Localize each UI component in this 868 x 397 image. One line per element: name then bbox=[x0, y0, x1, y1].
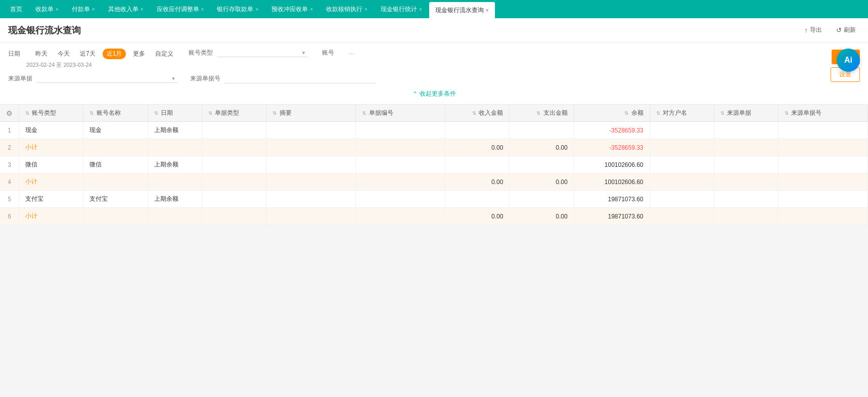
date-btn-custom[interactable]: 自定义 bbox=[152, 49, 176, 59]
nav-tab-7[interactable]: 现金银行统计 × bbox=[375, 2, 428, 16]
sort-expense-icon: ⇅ bbox=[536, 110, 540, 116]
nav-tab-0[interactable]: 收款单 × bbox=[29, 2, 65, 16]
refresh-icon: ↺ bbox=[836, 26, 842, 34]
account-dots[interactable]: ··· bbox=[346, 49, 356, 57]
cell-source-doc-num-3 bbox=[779, 173, 868, 191]
col-doc-number[interactable]: ⇅ 单据编号 bbox=[356, 105, 445, 122]
cell-doc-number-4 bbox=[356, 191, 445, 208]
nav-tab-8[interactable]: 现金银行流水查询 × bbox=[429, 2, 495, 18]
cell-date-2: 上期余额 bbox=[148, 156, 202, 173]
page-title: 现金银行流水查询 bbox=[8, 24, 81, 36]
source-doc-num-input[interactable] bbox=[224, 74, 376, 83]
date-btn-7days[interactable]: 近7天 bbox=[77, 49, 99, 59]
date-btn-today[interactable]: 今天 bbox=[55, 49, 73, 59]
cell-counterparty-4 bbox=[650, 191, 714, 208]
col-balance[interactable]: ⇅ 余额 bbox=[574, 105, 650, 122]
cell-source-doc-1 bbox=[714, 139, 778, 156]
table-container: ⚙ ⇅ 账号类型 ⇅ 账号名称 ⇅ 日期 ⇅ 单据类型 bbox=[0, 105, 868, 225]
close-tab-2[interactable]: × bbox=[141, 7, 144, 12]
nav-tab-1[interactable]: 付款单 × bbox=[66, 2, 101, 16]
date-range: 2023-02-24 至 2023-03-24 bbox=[26, 62, 92, 68]
nav-tab-5[interactable]: 预收冲应收单 × bbox=[265, 2, 319, 16]
sort-doc-type-icon: ⇅ bbox=[208, 110, 212, 116]
sort-account-type-icon: ⇅ bbox=[25, 110, 29, 116]
col-account-type[interactable]: ⇅ 账号类型 bbox=[19, 105, 83, 122]
cell-summary-0 bbox=[266, 122, 356, 139]
col-source-doc[interactable]: ⇅ 来源单据 bbox=[714, 105, 778, 122]
cell-num-5: 6 bbox=[0, 208, 19, 225]
sort-doc-number-icon: ⇅ bbox=[362, 110, 366, 116]
nav-tab-6[interactable]: 收款核销执行 × bbox=[320, 2, 374, 16]
cell-doc-number-1 bbox=[356, 139, 445, 156]
sort-source-doc-num-icon: ⇅ bbox=[785, 110, 789, 116]
col-date[interactable]: ⇅ 日期 bbox=[148, 105, 202, 122]
cell-summary-5 bbox=[266, 208, 356, 225]
date-btn-1month[interactable]: 近1月 bbox=[103, 49, 126, 59]
cell-source-doc-num-5 bbox=[779, 208, 868, 225]
cell-account-type-3: 小计 bbox=[19, 173, 83, 191]
source-doc-select[interactable]: ▼ bbox=[36, 75, 178, 83]
nav-tab-3[interactable]: 应收应付调整单 × bbox=[151, 2, 210, 16]
cell-summary-3 bbox=[266, 173, 356, 191]
col-source-doc-num[interactable]: ⇅ 来源单据号 bbox=[779, 105, 868, 122]
col-counterparty[interactable]: ⇅ 对方户名 bbox=[650, 105, 714, 122]
cell-doc-type-4 bbox=[202, 191, 266, 208]
cell-source-doc-num-4 bbox=[779, 191, 868, 208]
nav-home[interactable]: 首页 bbox=[4, 5, 28, 14]
close-tab-8[interactable]: × bbox=[486, 8, 489, 13]
close-tab-0[interactable]: × bbox=[56, 7, 59, 12]
cell-account-name-1 bbox=[83, 139, 148, 156]
close-tab-4[interactable]: × bbox=[255, 7, 258, 12]
account-label: 账号 bbox=[322, 49, 342, 57]
nav-tab-4[interactable]: 银行存取款单 × bbox=[211, 2, 264, 16]
sort-source-doc-icon: ⇅ bbox=[720, 110, 724, 116]
cell-counterparty-5 bbox=[650, 208, 714, 225]
sort-balance-icon: ⇅ bbox=[624, 110, 628, 116]
cell-account-name-0: 现金 bbox=[83, 122, 148, 139]
cell-expense-3: 0.00 bbox=[510, 173, 574, 191]
cell-summary-2 bbox=[266, 156, 356, 173]
date-btn-yesterday[interactable]: 昨天 bbox=[32, 49, 51, 59]
cell-doc-type-0 bbox=[202, 122, 266, 139]
table-header-row: ⚙ ⇅ 账号类型 ⇅ 账号名称 ⇅ 日期 ⇅ 单据类型 bbox=[0, 105, 868, 122]
cell-income-2 bbox=[445, 156, 510, 173]
cell-counterparty-0 bbox=[650, 122, 714, 139]
date-btn-more[interactable]: 更多 bbox=[130, 49, 148, 59]
cell-source-doc-3 bbox=[714, 173, 778, 191]
nav-tab-2[interactable]: 其他收入单 × bbox=[102, 2, 150, 16]
col-expense[interactable]: ⇅ 支出金额 bbox=[510, 105, 574, 122]
source-doc-chevron: ▼ bbox=[171, 76, 176, 81]
account-type-chevron: ▼ bbox=[301, 50, 306, 56]
cell-source-doc-num-0 bbox=[779, 122, 868, 139]
sort-summary-icon: ⇅ bbox=[272, 110, 277, 116]
ai-assistant-button[interactable]: Ai bbox=[837, 49, 860, 72]
cell-account-type-1: 小计 bbox=[19, 139, 83, 156]
cell-num-2: 3 bbox=[0, 156, 19, 173]
table-row: 6 小计 0.00 0.00 19871073.60 bbox=[0, 208, 868, 225]
close-tab-3[interactable]: × bbox=[201, 7, 204, 12]
cell-source-doc-2 bbox=[714, 156, 778, 173]
account-type-select[interactable]: ▼ bbox=[217, 49, 308, 57]
cell-doc-type-5 bbox=[202, 208, 266, 225]
cell-balance-3: 100102606.60 bbox=[574, 173, 650, 191]
cell-date-5 bbox=[148, 208, 202, 225]
refresh-button[interactable]: ↺ 刷新 bbox=[832, 24, 860, 36]
table-row: 5 支付宝 支付宝 上期余额 19871073.60 bbox=[0, 191, 868, 208]
cell-date-3 bbox=[148, 173, 202, 191]
cell-expense-1: 0.00 bbox=[510, 139, 574, 156]
cell-balance-0: -3528659.33 bbox=[574, 122, 650, 139]
col-summary[interactable]: ⇅ 摘要 bbox=[266, 105, 356, 122]
close-tab-7[interactable]: × bbox=[419, 7, 422, 12]
close-tab-1[interactable]: × bbox=[92, 7, 95, 12]
column-settings-icon[interactable]: ⚙ bbox=[6, 109, 13, 117]
export-button[interactable]: ↑ 导出 bbox=[801, 24, 827, 36]
close-tab-5[interactable]: × bbox=[310, 7, 313, 12]
collapse-bar[interactable]: ⌃ 收起更多条件 bbox=[8, 87, 860, 98]
col-account-name[interactable]: ⇅ 账号名称 bbox=[83, 105, 148, 122]
col-settings[interactable]: ⚙ bbox=[0, 105, 19, 122]
cell-account-name-3 bbox=[83, 173, 148, 191]
close-tab-6[interactable]: × bbox=[364, 7, 368, 12]
cell-expense-4 bbox=[510, 191, 574, 208]
col-doc-type[interactable]: ⇅ 单据类型 bbox=[202, 105, 266, 122]
col-income[interactable]: ⇅ 收入金额 bbox=[445, 105, 510, 122]
